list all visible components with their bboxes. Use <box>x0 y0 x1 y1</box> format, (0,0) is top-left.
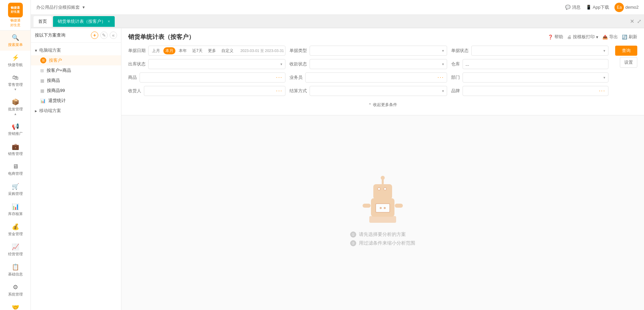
message-button[interactable]: 💬 消息 <box>565 4 581 10</box>
collect-status-control[interactable]: ▾ <box>310 59 447 69</box>
tab-sales-stats[interactable]: 销货单统计表（按客户） × <box>53 16 115 27</box>
chevron-up-icon: ▴ <box>14 112 16 116</box>
staff-label: 业务员 <box>289 74 303 81</box>
scheme-tree: ▾ 电脑端方案 按 按客户 ⊞ 按客户+商品 ▦ 按商品 ▦ <box>31 43 121 310</box>
message-label: 消息 <box>572 4 581 10</box>
logo-text: 畅捷通 好生意 <box>10 18 20 28</box>
sidebar-item-ecommerce[interactable]: 🖥 电商管理 <box>0 160 31 179</box>
bill-status-control[interactable]: ▾ <box>471 46 608 56</box>
tab-sales-stats-label: 销货单统计表（按客户） <box>58 18 106 24</box>
sidebar-item-basics[interactable]: 📋 基础信息 <box>0 260 31 280</box>
scheme-item-customer-goods[interactable]: ⊞ 按客户+商品 <box>31 65 121 75</box>
settings-button[interactable]: 设置 <box>620 57 637 68</box>
date-filter-control[interactable]: 上月 本月 本年 近7天 更多 自定义 2023-03-01 至 2023-03… <box>148 46 285 56</box>
scheme-group-pc[interactable]: ▾ 电脑端方案 <box>31 45 121 55</box>
sidebar-item-wholesale[interactable]: 📦 批发管理 ▴ <box>0 95 31 119</box>
collapse-bar[interactable]: ⌃ 收起更多条件 <box>128 99 637 110</box>
maximize-window-icon[interactable]: ⤢ <box>637 18 641 24</box>
export-button[interactable]: 📤 导出 <box>602 34 618 40</box>
content-area: 按以下方案查询 + ✎ « ▾ 电脑端方案 按 按客户 <box>31 28 644 310</box>
filter-row-2: 出库状态 ▾ 收款状态 ▾ <box>128 59 608 69</box>
print-button[interactable]: 🖨 按模板打印 ▾ <box>567 34 598 40</box>
refresh-button[interactable]: 🔄 刷新 <box>622 34 637 40</box>
sidebar-item-purchase[interactable]: 🛒 采购管理 <box>0 179 31 200</box>
sidebar-item-system[interactable]: ⚙ 系统管理 <box>0 280 31 300</box>
search-icon: 🔍 <box>12 34 19 41</box>
brand-control[interactable]: ··· <box>463 86 608 96</box>
date-tab-7days[interactable]: 近7天 <box>190 47 205 54</box>
sidebar-logo: 畅捷通好生意 畅捷通 好生意 <box>0 0 31 31</box>
date-filter-field: 单据日期 上月 本月 本年 近7天 更多 自定义 <box>128 46 285 56</box>
collapse-scheme-button[interactable]: « <box>110 32 117 39</box>
scheme-item-label: 按客户 <box>49 57 62 63</box>
quicknav-icon: ⚡ <box>12 54 19 61</box>
topbar: 办公用品行业模拟账套 ▾ 💬 消息 📱 App下载 Ea demo2 <box>31 0 644 15</box>
purchase-icon: 🛒 <box>12 183 19 190</box>
date-tab-last-month[interactable]: 上月 <box>150 47 162 54</box>
filter-row-3: 商品 ··· 业务员 ··· <box>128 72 608 83</box>
date-tab-more[interactable]: 更多 <box>206 47 218 54</box>
hint-text-2: 用过滤条件来缩小分析范围 <box>359 240 415 246</box>
date-label: 单据日期 <box>128 48 146 54</box>
query-button[interactable]: 查询 <box>615 46 637 56</box>
sidebar-item-sales[interactable]: 💼 销售管理 <box>0 140 31 160</box>
topbar-dropdown[interactable]: ▾ <box>83 5 85 10</box>
scheme-item-returns[interactable]: 📊 退货统计 <box>31 96 121 106</box>
group-label: 电脑端方案 <box>39 47 61 53</box>
operations-icon: 📈 <box>12 243 19 251</box>
date-tab-this-year[interactable]: 本年 <box>177 47 189 54</box>
scheme-panel-actions: + ✎ « <box>91 32 117 39</box>
dept-field: 部门 ▾ <box>451 72 608 83</box>
app-download-button[interactable]: 📱 App下载 <box>586 4 609 10</box>
sidebar-item-quicknav[interactable]: ⚡ 快捷导航 <box>0 51 31 71</box>
out-status-label: 出库状态 <box>128 61 146 67</box>
receiver-control[interactable]: ··· <box>144 86 285 96</box>
sidebar-item-retail[interactable]: 🛍 零售管理 ▾ <box>0 71 31 95</box>
sidebar-item-operations[interactable]: 📈 经营管理 <box>0 240 31 260</box>
more-icon: ··· <box>276 88 282 94</box>
empty-hints: ① 请先选择要分析的方案 ② 用过滤条件来缩小分析范围 <box>350 231 415 246</box>
sidebar-item-label: 搜索菜单 <box>8 42 23 47</box>
user-profile[interactable]: Ea demo2 <box>614 3 639 12</box>
date-tab-custom[interactable]: 自定义 <box>219 47 235 54</box>
date-tab-this-month[interactable]: 本月 <box>163 47 175 54</box>
refresh-label: 刷新 <box>629 34 637 40</box>
bill-type-label: 单据类型 <box>289 48 307 54</box>
tab-home[interactable]: 首页 <box>34 16 52 27</box>
download-icon: 📱 <box>586 5 591 10</box>
sidebar-item-label: 资金管理 <box>8 231 23 237</box>
scheme-item-goods99[interactable]: ▦ 按商品99 <box>31 86 121 96</box>
sidebar-item-corp[interactable]: 🤝 企业协同 <box>0 300 31 310</box>
add-scheme-button[interactable]: + <box>91 32 98 39</box>
sidebar-item-inventory[interactable]: 📊 库存核算 <box>0 200 31 220</box>
print-icon: 🖨 <box>567 35 572 40</box>
scheme-panel: 按以下方案查询 + ✎ « ▾ 电脑端方案 按 按客户 <box>31 28 121 310</box>
more-icon: ··· <box>276 74 282 81</box>
scheme-item-by-goods[interactable]: ▦ 按商品 <box>31 75 121 86</box>
chevron-up-icon: ⌃ <box>368 103 372 107</box>
chevron-down-icon: ▾ <box>442 49 444 53</box>
close-window-icon[interactable]: ✕ <box>630 18 634 24</box>
scheme-item-by-customer[interactable]: 按 按客户 <box>31 55 121 65</box>
edit-scheme-button[interactable]: ✎ <box>100 32 108 39</box>
username-label: demo2 <box>625 5 639 10</box>
bill-type-control[interactable]: ▾ <box>310 46 447 56</box>
help-button[interactable]: ❓ 帮助 <box>548 34 563 40</box>
goods-control[interactable]: ··· <box>140 72 285 83</box>
scheme-group-mobile[interactable]: ▸ 移动端方案 <box>31 106 121 116</box>
out-status-control[interactable]: ▾ <box>148 59 285 69</box>
warehouse-control[interactable]: ... <box>463 59 608 69</box>
avatar: Ea <box>614 3 624 12</box>
chevron-down-icon: ▾ <box>603 49 605 53</box>
sidebar-item-search[interactable]: 🔍 搜索菜单 <box>0 31 31 51</box>
sales-icon: 💼 <box>12 143 19 150</box>
payment-control[interactable]: ▾ <box>310 86 447 96</box>
chevron-down-icon: ▾ <box>442 62 444 66</box>
sidebar-item-label: 零售管理 <box>8 82 23 87</box>
sidebar-item-finance[interactable]: 💰 资金管理 <box>0 220 31 240</box>
staff-control[interactable]: ··· <box>305 72 447 83</box>
close-icon[interactable]: × <box>108 19 110 24</box>
sidebar-item-marketing[interactable]: 📢 营销推广 <box>0 119 31 140</box>
corp-icon: 🤝 <box>12 304 19 310</box>
dept-control[interactable]: ▾ <box>463 72 608 83</box>
